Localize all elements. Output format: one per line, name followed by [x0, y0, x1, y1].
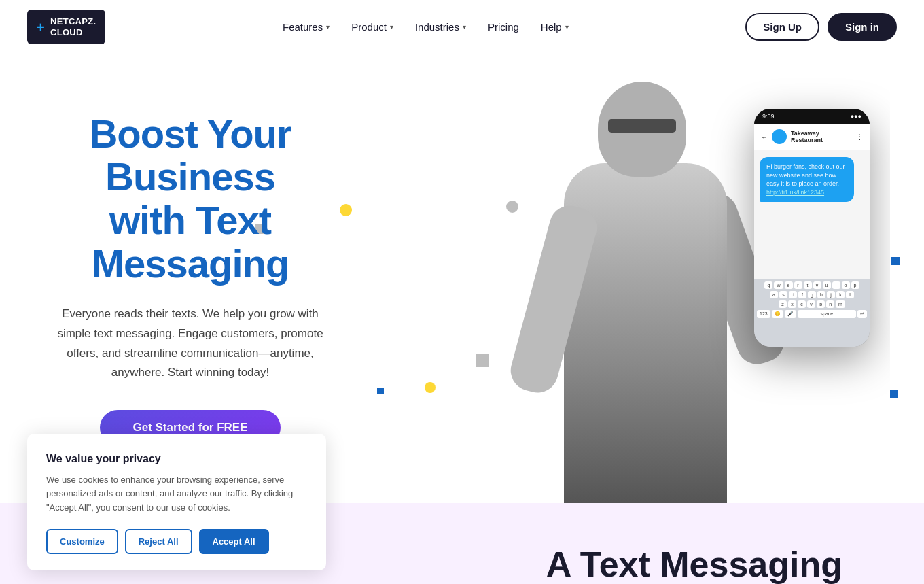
keyboard-row-3: z x c v b n m [757, 300, 867, 308]
keyboard-row-2: a s d f g h j k l [757, 291, 867, 298]
nav-links: Features ▾ Product ▾ Industries ▾ Pricin… [274, 16, 577, 38]
nav-item-product[interactable]: Product ▾ [343, 16, 402, 38]
navbar: + NETCAPZ.CLOUD Features ▾ Product ▾ Ind… [0, 0, 924, 54]
cookie-banner: We value your privacy We use cookies to … [27, 434, 326, 570]
deco-dot-yellow-bottom [425, 382, 436, 393]
deco-square-gray-bottom [476, 354, 489, 367]
hero-subtitle: Everyone reads their texts. We help you … [54, 305, 326, 383]
cookie-title: We value your privacy [46, 453, 307, 465]
phone-chat-header: ← Takeaway Restaurant ⋮ [754, 124, 870, 150]
nav-actions: Sign Up Sign in [745, 13, 897, 41]
logo[interactable]: + NETCAPZ.CLOUD [27, 10, 105, 44]
head [598, 82, 686, 177]
chat-name: Takeaway Restaurant [791, 130, 852, 143]
chevron-down-icon: ▾ [463, 23, 466, 31]
chevron-down-icon: ▾ [390, 23, 393, 31]
hero-image-area: 9:39 ●●● ← Takeaway Restaurant ⋮ Hi burg… [510, 68, 890, 503]
nav-item-industries[interactable]: Industries ▾ [407, 16, 474, 38]
accept-all-button[interactable]: Accept All [199, 529, 269, 554]
keyboard-row-4: 123 😊 🎤 space ↵ [757, 310, 867, 318]
chevron-down-icon: ▾ [565, 23, 569, 31]
keyboard-row-1: q w e r t y u i o p [757, 281, 867, 289]
chat-bubble: Hi burger fans, check out our new websit… [760, 157, 854, 202]
chat-avatar [772, 129, 787, 144]
deco-square-blue-bottom [890, 390, 898, 398]
chat-link: http://ti1.uk/link12345 [766, 189, 824, 196]
hero-person [530, 82, 761, 503]
back-arrow-icon: ← [761, 133, 768, 141]
phone-screen: ← Takeaway Restaurant ⋮ Hi burger fans, … [754, 124, 870, 347]
phone-keyboard: q w e r t y u i o p a s d [754, 279, 870, 347]
deco-square-blue-right [891, 257, 900, 265]
customize-button[interactable]: Customize [46, 529, 118, 554]
phone-chat-body: Hi burger fans, check out our new websit… [754, 150, 870, 279]
menu-icon: ⋮ [856, 133, 863, 141]
nav-item-features[interactable]: Features ▾ [274, 16, 338, 38]
phone-mockup: 9:39 ●●● ← Takeaway Restaurant ⋮ Hi burg… [754, 109, 870, 347]
logo-plus: + [37, 18, 45, 36]
signup-button[interactable]: Sign Up [745, 13, 819, 41]
nav-item-help[interactable]: Help ▾ [533, 16, 577, 38]
phone-status-bar: 9:39 ●●● [754, 109, 870, 124]
nav-item-pricing[interactable]: Pricing [480, 16, 527, 38]
hero-title: Boost Your Business with Text Messaging [54, 112, 326, 286]
reject-all-button[interactable]: Reject All [125, 529, 192, 554]
logo-text: NETCAPZ.CLOUD [50, 16, 96, 37]
cookie-text: We use cookies to enhance your browsing … [46, 473, 307, 515]
chevron-down-icon: ▾ [326, 23, 330, 31]
signin-button[interactable]: Sign in [828, 13, 897, 41]
cookie-actions: Customize Reject All Accept All [46, 529, 307, 554]
